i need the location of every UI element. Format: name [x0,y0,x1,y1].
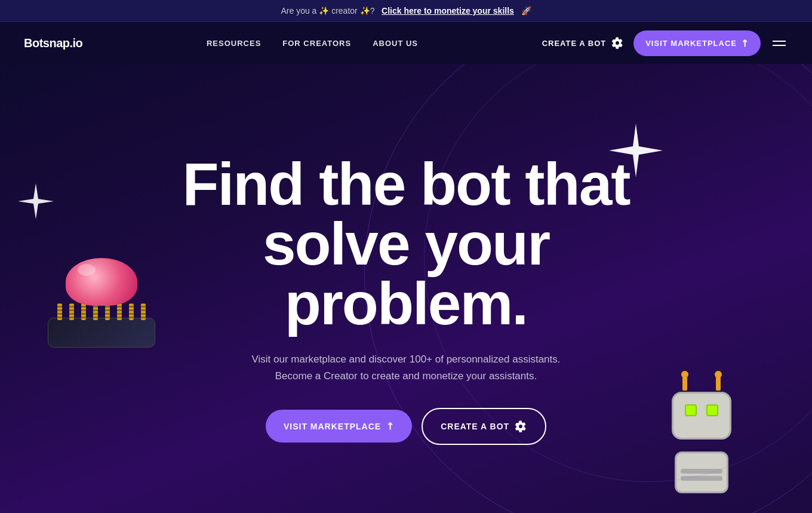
robot-head [672,392,731,440]
announcement-bar: Are you a ✨ creator ✨? Click here to mon… [0,0,812,22]
hero-title-line2: solve your [263,210,549,277]
brain-body [66,258,137,306]
header-right: CREATE A BOT VISIT MARKETPLACE ↗ [542,30,788,56]
nav: RESOURCES FOR CREATORS ABOUT US [207,39,418,48]
hero-subtitle-line2: Become a Creator to create and monetize … [275,370,537,382]
gear-icon [611,36,624,50]
hero-content: Find the bot that solve your problem. Vi… [170,154,641,444]
nav-item-for-creators[interactable]: FOR CREATORS [282,39,351,48]
robot-body [675,451,728,493]
menu-line-1 [773,41,786,42]
create-bot-link[interactable]: CREATE A BOT [542,36,625,50]
nav-item-resources[interactable]: RESOURCES [207,39,261,48]
hero-subtitle-line1: Visit our marketplace and discover 100+ … [251,354,560,365]
robot-eye-left [685,404,697,416]
robot-eye-right [706,404,718,416]
menu-icon[interactable] [770,38,788,48]
hero-title-line3: problem. [285,270,527,337]
brain-platform [48,318,155,348]
nav-item-about-us[interactable]: ABOUT US [373,39,418,48]
hero-buttons: VISIT MARKETPLACE ↗ CREATE A BOT [182,408,629,445]
announcement-suffix: 🚀 [521,6,531,16]
robot-decoration [663,392,782,513]
visit-marketplace-label: VISIT MARKETPLACE [645,39,737,48]
hero-title-line1: Find the bot that [182,150,629,217]
hero-marketplace-arrow: ↗ [383,419,396,433]
announcement-link[interactable]: Click here to monetize your skills [382,6,514,16]
robot-eyes [685,404,718,416]
star-left-decoration [18,183,54,219]
hero-gear-icon [514,420,527,433]
announcement-text: Are you a ✨ creator ✨? [281,6,374,16]
brain-springs [54,303,149,321]
create-bot-label: CREATE A BOT [542,39,607,48]
robot-vent [681,469,722,474]
logo[interactable]: Botsnap.io [24,36,82,50]
header: Botsnap.io RESOURCES FOR CREATORS ABOUT … [0,22,812,64]
arrow-icon: ↗ [737,36,751,50]
hero-marketplace-label: VISIT MARKETPLACE [284,422,381,431]
robot-antenna-left [682,376,687,391]
hero-create-bot-button[interactable]: CREATE A BOT [422,408,546,445]
hero-create-label: CREATE A BOT [441,422,509,431]
hero-subtitle: Visit our marketplace and discover 100+ … [182,351,629,383]
brain-device-decoration [42,234,173,365]
hero-section: Find the bot that solve your problem. Vi… [0,64,812,513]
hero-visit-marketplace-button[interactable]: VISIT MARKETPLACE ↗ [266,410,412,443]
visit-marketplace-button[interactable]: VISIT MARKETPLACE ↗ [633,30,761,56]
menu-line-2 [773,45,786,46]
robot-antenna-right [716,376,721,391]
svg-marker-0 [18,183,54,219]
hero-title: Find the bot that solve your problem. [182,154,629,333]
